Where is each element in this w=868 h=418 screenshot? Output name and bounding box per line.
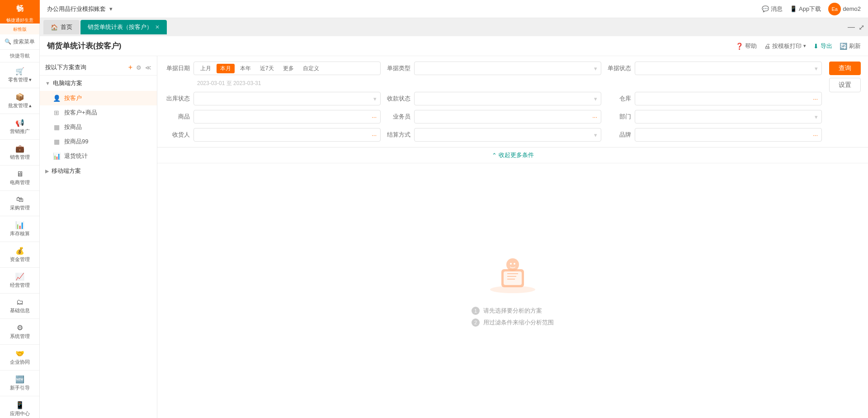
scheme-item-by-customer[interactable]: 👤 按客户 [40,91,157,105]
date-btn-custom[interactable]: 自定义 [299,64,323,73]
date-btn-this-year[interactable]: 本年 [236,64,255,73]
sidebar-item-finance[interactable]: 💰 资金管理 [0,242,39,268]
main-area: 办公用品行业模拟账套 ▾ 💬 消息 📱 App下载 Ea demo2 [40,0,868,418]
scheme-item-goods-label: 按商品 [64,123,82,131]
tab-minimize-button[interactable]: — [848,23,855,32]
sidebar-item-newbie[interactable]: 🆕 新手引导 [0,370,39,396]
message-button[interactable]: 💬 消息 [762,5,783,13]
svg-text:畅: 畅 [16,5,24,12]
sidebar-item-ecommerce[interactable]: 🖥 电商管理 [0,166,39,191]
print-button[interactable]: 🖨 按模板打印 ▾ [764,42,806,50]
salesperson-control[interactable]: ··· [414,110,601,124]
out-status-control[interactable]: ▾ [193,92,381,105]
export-button[interactable]: ⬇ 导出 [813,42,832,50]
date-btn-this-month[interactable]: 本月 [217,64,235,73]
scheme-group-mobile-header[interactable]: ▶ 移动端方案 [40,163,157,179]
date-btn-last-month[interactable]: 上月 [197,64,215,73]
tab-maximize-button[interactable]: ⤢ [859,23,864,32]
scheme-item-by-goods[interactable]: ▦ 按商品 [40,120,157,134]
goods-control[interactable]: ··· [193,110,381,124]
order-status-control[interactable]: ▾ [635,62,822,75]
receipt-status-chevron: ▾ [594,95,597,102]
product-dropdown[interactable]: ▾ [109,5,113,12]
help-button[interactable]: ❓ 帮助 [736,42,757,50]
sidebar-quick-nav[interactable]: 快捷导航 [0,50,39,62]
tip-1-text: 请先选择要分析的方案 [483,307,542,315]
sidebar-item-basic[interactable]: 🗂 基础信息 [0,294,39,319]
scheme-item-returns[interactable]: 📊 退货统计 [40,149,157,163]
scheme-item-returns-label: 退货统计 [64,152,88,160]
enterprise-label: 企业协同 [0,359,39,366]
apps-icon: 📱 [0,401,39,409]
customer-goods-icon: ⊞ [52,109,61,117]
scheme-add-button[interactable]: + [128,63,132,71]
avatar: Ea [828,3,841,15]
user-menu[interactable]: Ea demo2 [828,3,861,15]
page-title: 销货单统计表(按客户) [47,41,121,51]
date-btn-7days[interactable]: 近7天 [256,64,278,73]
mobile-group-expand-icon: ▶ [45,168,49,174]
order-type-label: 单据类型 [385,64,410,72]
sidebar-item-sales[interactable]: 💼 销售管理 [0,140,39,166]
scheme-collapse-button[interactable]: ≪ [145,64,151,71]
sidebar-item-purchase[interactable]: 🛍 采购管理 [0,191,39,216]
print-label: 按模板打印 [772,42,802,50]
sidebar-item-wholesale[interactable]: 📦 批发管理 ▴ [0,88,39,114]
date-buttons-row: 上月 本月 本年 近7天 更多 自定义 [197,64,323,73]
receipt-status-control[interactable]: ▾ [414,92,601,105]
export-label: 导出 [821,42,832,50]
tab-sales-stat[interactable]: 销货单统计表（按客户） ✕ [80,20,167,34]
scheme-item-customer-label: 按客户 [64,94,82,102]
settlement-control[interactable]: ▾ [414,128,601,142]
collapse-bar[interactable]: ⌃ 收起更多条件 [157,147,868,163]
marketing-icon: 📢 [0,119,39,127]
department-control[interactable]: ▾ [635,110,822,124]
wholesale-label: 批发管理 ▴ [0,102,39,109]
receipt-status-label: 收款状态 [385,95,410,103]
app-download-button[interactable]: 📱 App下载 [790,5,821,13]
scheme-group-desktop-label: 电脑端方案 [53,79,82,87]
sidebar-item-system[interactable]: ⚙ 系统管理 [0,319,39,345]
sidebar-item-enterprise[interactable]: 🤝 企业协同 [0,345,39,370]
scheme-group-mobile: ▶ 移动端方案 [40,163,157,179]
scheme-item-customer-goods-label: 按客户+商品 [64,109,97,117]
tip-2-text: 用过滤条件来缩小分析范围 [483,318,554,327]
order-status-label: 单据状态 [606,64,631,72]
search-menu-label[interactable]: 🔍 搜索菜单 [0,38,39,46]
help-label: 帮助 [745,42,757,50]
search-button[interactable]: 查询 [829,62,861,75]
right-content: 单据日期 上月 本月 本年 近7天 更多 自定义 [157,56,868,418]
scheme-item-goods99[interactable]: ▦ 按商品99 [40,134,157,149]
scheme-settings-button[interactable]: ⚙ [136,64,142,71]
sidebar-item-retail[interactable]: 🛒 零售管理 ▾ [0,62,39,88]
topbar-right: 💬 消息 📱 App下载 Ea demo2 [762,3,861,15]
brand-control[interactable]: ··· [635,128,822,142]
sidebar: 畅 畅捷通好生意 标惟版 🔍 搜索菜单 快捷导航 🛒 零售管理 ▾ 📦 批发管理… [0,0,40,418]
message-icon: 💬 [762,5,769,12]
sidebar-item-operations[interactable]: 📈 经营管理 [0,268,39,294]
sidebar-item-inventory[interactable]: 📊 库存核算 [0,216,39,242]
warehouse-control[interactable]: ··· [635,92,822,105]
sidebar-item-apps[interactable]: 📱 应用中心 [0,396,39,418]
page-title-bar: 销货单统计表(按客户) ❓ 帮助 🖨 按模板打印 ▾ ⬇ 导出 🔄 刷新 [40,36,868,56]
sales-label: 销售管理 [0,154,39,161]
settings-button[interactable]: 设置 [829,78,861,92]
tab-close-button[interactable]: ✕ [155,24,160,30]
date-btn-more[interactable]: 更多 [279,64,297,73]
order-type-control[interactable]: ▾ [414,62,601,75]
print-dropdown-icon: ▾ [803,43,806,49]
settlement-chevron: ▾ [594,132,597,138]
warehouse-dots: ··· [813,95,818,102]
tab-home[interactable]: 🏠 首页 [43,20,80,34]
returns-icon: 📊 [52,152,61,160]
finance-label: 资金管理 [0,256,39,263]
collapse-label: 收起更多条件 [499,151,534,159]
sidebar-search-item[interactable]: 🔍 搜索菜单 [0,34,39,50]
scheme-item-customer-goods[interactable]: ⊞ 按客户+商品 [40,105,157,120]
date-filter-control[interactable]: 上月 本月 本年 近7天 更多 自定义 [193,62,381,75]
receiver-control[interactable]: ··· [193,128,381,142]
sidebar-item-marketing[interactable]: 📢 营销推广 [0,114,39,140]
refresh-button[interactable]: 🔄 刷新 [840,42,861,50]
scheme-group-desktop-header[interactable]: ▼ 电脑端方案 [40,76,157,91]
system-icon: ⚙ [0,323,39,332]
